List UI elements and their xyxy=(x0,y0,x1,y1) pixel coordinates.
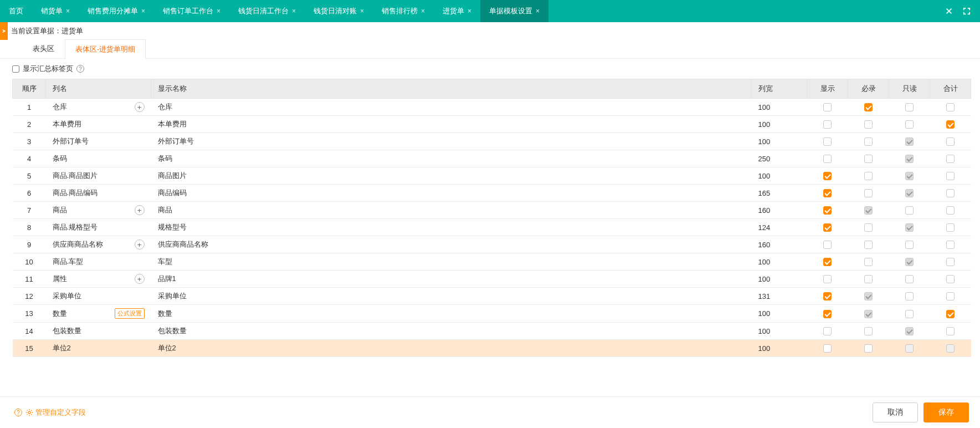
cell-width[interactable]: 100 xyxy=(752,99,807,116)
checkbox-show[interactable] xyxy=(823,155,832,163)
cell-width[interactable]: 131 xyxy=(752,288,807,305)
cell-display-name[interactable]: 条码 xyxy=(151,150,752,167)
checkbox-required[interactable] xyxy=(864,258,873,266)
checkbox-show[interactable] xyxy=(823,292,832,300)
top-tab[interactable]: 销售费用分摊单× xyxy=(79,0,154,22)
checkbox-readonly[interactable] xyxy=(905,206,914,215)
checkbox-total[interactable] xyxy=(946,223,955,232)
add-column-button[interactable]: + xyxy=(135,102,145,112)
checkbox-required[interactable] xyxy=(864,120,873,129)
checkbox-total[interactable] xyxy=(946,189,955,197)
checkbox-show[interactable] xyxy=(823,120,832,129)
fullscreen-button[interactable] xyxy=(958,2,976,20)
checkbox-required[interactable] xyxy=(864,327,873,335)
cell-display-name[interactable]: 包装数量 xyxy=(151,323,752,340)
checkbox-show[interactable] xyxy=(823,137,832,146)
checkbox-total[interactable] xyxy=(946,172,955,180)
cell-display-name[interactable]: 单位2 xyxy=(151,340,752,357)
checkbox-total[interactable] xyxy=(946,120,955,129)
tab-close-icon[interactable]: × xyxy=(360,7,364,15)
inner-tab[interactable]: 表体区-进货单明细 xyxy=(65,39,146,59)
save-button[interactable]: 保存 xyxy=(923,402,969,422)
checkbox-show[interactable] xyxy=(823,275,832,283)
formula-settings-badge[interactable]: 公式设置 xyxy=(115,308,145,319)
checkbox-readonly[interactable] xyxy=(905,120,914,129)
checkbox-readonly[interactable] xyxy=(905,241,914,249)
cell-display-name[interactable]: 商品图片 xyxy=(151,167,752,185)
show-summary-checkbox[interactable] xyxy=(12,65,19,73)
cell-width[interactable]: 100 xyxy=(752,323,807,340)
checkbox-show[interactable] xyxy=(823,223,832,232)
top-tab[interactable]: 销售排行榜× xyxy=(373,0,434,22)
top-tab[interactable]: 钱货日清对账× xyxy=(305,0,373,22)
help-icon[interactable]: ? xyxy=(76,65,84,73)
checkbox-readonly[interactable] xyxy=(905,292,914,300)
cell-width[interactable]: 124 xyxy=(752,219,807,236)
cell-width[interactable]: 100 xyxy=(752,116,807,133)
checkbox-required[interactable] xyxy=(864,137,873,146)
table-scroll[interactable]: 顺序 列名 显示名称 列宽 显示 必录 只读 合计 1仓库+仓库1002本单费用… xyxy=(12,79,971,396)
cell-display-name[interactable]: 供应商商品名称 xyxy=(151,236,752,253)
top-tab[interactable]: 首页 xyxy=(0,0,32,22)
checkbox-required[interactable] xyxy=(864,172,873,180)
tab-close-icon[interactable]: × xyxy=(292,7,296,15)
cell-display-name[interactable]: 车型 xyxy=(151,253,752,271)
checkbox-total[interactable] xyxy=(946,155,955,163)
top-tab[interactable]: 销货单× xyxy=(32,0,79,22)
checkbox-total[interactable] xyxy=(946,206,955,215)
cell-width[interactable]: 165 xyxy=(752,185,807,202)
checkbox-required[interactable] xyxy=(864,189,873,197)
checkbox-show[interactable] xyxy=(823,189,832,197)
checkbox-show[interactable] xyxy=(823,327,832,335)
cell-width[interactable]: 100 xyxy=(752,167,807,185)
cell-width[interactable]: 100 xyxy=(752,271,807,288)
checkbox-required[interactable] xyxy=(864,103,873,111)
checkbox-required[interactable] xyxy=(864,223,873,232)
checkbox-total[interactable] xyxy=(946,258,955,266)
tab-close-icon[interactable]: × xyxy=(66,7,70,15)
cell-display-name[interactable]: 本单费用 xyxy=(151,116,752,133)
checkbox-total[interactable] xyxy=(946,327,955,335)
footer-help-icon[interactable]: ? xyxy=(14,409,22,416)
checkbox-readonly[interactable] xyxy=(905,310,914,318)
cell-display-name[interactable]: 规格型号 xyxy=(151,219,752,236)
checkbox-show[interactable] xyxy=(823,103,832,111)
checkbox-readonly[interactable] xyxy=(905,275,914,283)
cell-width[interactable]: 160 xyxy=(752,236,807,253)
show-summary-checkbox-wrap[interactable]: 显示汇总标签页 xyxy=(12,64,73,74)
tab-close-icon[interactable]: × xyxy=(468,7,471,15)
top-tab[interactable]: 单据模板设置× xyxy=(480,0,548,22)
checkbox-required[interactable] xyxy=(864,241,873,249)
close-all-button[interactable] xyxy=(940,2,958,20)
top-tab[interactable]: 进货单× xyxy=(434,0,480,22)
cell-width[interactable]: 100 xyxy=(752,305,807,323)
cell-display-name[interactable]: 商品编码 xyxy=(151,185,752,202)
cell-display-name[interactable]: 数量 xyxy=(151,305,752,323)
checkbox-required[interactable] xyxy=(864,275,873,283)
cell-display-name[interactable]: 品牌1 xyxy=(151,271,752,288)
cell-display-name[interactable]: 商品 xyxy=(151,202,752,219)
cell-display-name[interactable]: 外部订单号 xyxy=(151,133,752,150)
add-column-button[interactable]: + xyxy=(135,205,145,215)
cell-width[interactable]: 100 xyxy=(752,340,807,357)
checkbox-total[interactable] xyxy=(946,137,955,146)
checkbox-required[interactable] xyxy=(864,344,873,353)
collapse-chevron-icon[interactable] xyxy=(0,22,8,40)
tab-close-icon[interactable]: × xyxy=(217,7,220,15)
checkbox-total[interactable] xyxy=(946,292,955,300)
tab-close-icon[interactable]: × xyxy=(141,7,145,15)
cell-display-name[interactable]: 采购单位 xyxy=(151,288,752,305)
inner-tab[interactable]: 表头区 xyxy=(22,39,65,58)
checkbox-show[interactable] xyxy=(823,310,832,318)
checkbox-readonly[interactable] xyxy=(905,103,914,111)
checkbox-total[interactable] xyxy=(946,275,955,283)
cell-display-name[interactable]: 仓库 xyxy=(151,99,752,116)
checkbox-show[interactable] xyxy=(823,241,832,249)
checkbox-total[interactable] xyxy=(946,103,955,111)
cell-width[interactable]: 100 xyxy=(752,133,807,150)
checkbox-show[interactable] xyxy=(823,172,832,180)
checkbox-total[interactable] xyxy=(946,241,955,249)
tab-close-icon[interactable]: × xyxy=(536,7,540,15)
checkbox-show[interactable] xyxy=(823,258,832,266)
cell-width[interactable]: 250 xyxy=(752,150,807,167)
